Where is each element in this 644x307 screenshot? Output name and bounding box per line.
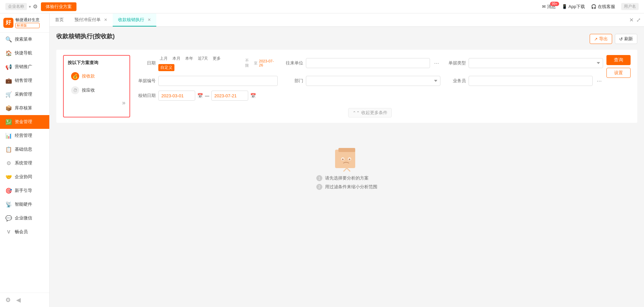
empty-state: 1 请先选择要分析的方案 2 用过滤条件来缩小分析范围 [56, 123, 637, 210]
sidebar-item-enterprise[interactable]: 🤝 企业协同 [0, 170, 49, 184]
sidebar-item-quicknav[interactable]: 🏠 快捷导航 [0, 46, 49, 60]
search-icon: 🔍 [5, 36, 12, 43]
date-no-limit: 不限 [245, 58, 253, 68]
svg-point-4 [342, 159, 344, 160]
sidebar-label-quicknav: 快捷导航 [15, 50, 32, 56]
top-bar: 企业名称 ▾ ⚙ 体验行业方案 ✉ 消息 99+ 📱 App下载 🎧 在线客服 … [0, 0, 644, 13]
weixin-icon: 💬 [5, 215, 12, 221]
app-download-btn[interactable]: 📱 App下载 [562, 4, 585, 10]
close-tab-icon[interactable]: ✕ [629, 17, 634, 23]
date-btn-this-year[interactable]: 本年 [184, 55, 195, 62]
sidebar-item-hardware[interactable]: 📡 智能硬件 [0, 198, 49, 211]
tab-prepay-label: 预付冲应付单 [74, 17, 101, 23]
sidebar-item-weixin[interactable]: 💬 企业微信 [0, 211, 49, 225]
date-label: 日期 [137, 60, 156, 66]
tab-prepay[interactable]: 预付冲应付单 ✕ [69, 13, 113, 27]
writeoff-date-label: 核销日期 [137, 93, 156, 99]
tab-home[interactable]: 首页 [50, 13, 69, 27]
basic-icon: 📋 [5, 146, 12, 153]
docno-input[interactable] [158, 76, 278, 86]
cal-end-icon[interactable]: 📅 [250, 93, 256, 98]
message-icon: ✉ [542, 4, 546, 9]
tab-writeoff[interactable]: 收款核销执行 ✕ [113, 13, 156, 27]
collapse-more-btn[interactable]: ⌃⌃ 收起更多条件 [348, 108, 392, 117]
filter-collapse-icon[interactable]: » [68, 99, 125, 106]
svg-line-6 [343, 168, 347, 171]
salesman-label: 业务员 [447, 78, 466, 84]
sidebar-item-inventory[interactable]: 📦 库存核算 [0, 101, 49, 115]
dept-select[interactable] [306, 76, 440, 86]
date-btn-this-month[interactable]: 本月 [171, 55, 182, 62]
sidebar-item-purchase[interactable]: 🛒 采购管理 [0, 88, 49, 101]
date-btn-more[interactable]: 更多 [211, 55, 222, 62]
refresh-icon: ↺ [619, 37, 623, 42]
dept-label: 部门 [284, 78, 303, 84]
sidebar-collapse-btn[interactable]: ◀ [16, 296, 21, 304]
filter-option-by-receipt[interactable]: 💰 按收款 [68, 70, 125, 83]
sidebar-label-enterprise: 企业协同 [15, 174, 32, 180]
svg-rect-0 [335, 150, 355, 168]
writeoff-end-input[interactable] [211, 91, 248, 101]
tip-text-2: 用过滤条件来缩小分析范围 [325, 184, 377, 190]
refresh-btn[interactable]: ↺ 刷新 [615, 34, 637, 44]
sidebar-label-member: 畅会员 [15, 229, 28, 235]
filter-date-range: 📅 — 📅 [158, 91, 278, 101]
purchase-icon: 🛒 [5, 91, 12, 98]
sidebar-label-management: 经营管理 [15, 133, 32, 139]
sidebar-item-search[interactable]: 🔍 搜索菜单 [0, 33, 49, 46]
settings-icon[interactable]: ⚙ [5, 296, 11, 304]
service-btn[interactable]: 🎧 在线客服 [591, 4, 615, 10]
export-btn[interactable]: ↗ 导出 [590, 34, 612, 44]
industry-btn[interactable]: 体验行业方案 [41, 2, 76, 11]
filter-date-field: 日期 上月 本月 本年 近7天 更多 自定义 [137, 55, 278, 71]
cal-start-icon[interactable]: 📅 [197, 93, 203, 98]
sidebar-item-management[interactable]: 📊 经营管理 [0, 129, 49, 143]
writeoff-start-input[interactable] [158, 91, 195, 101]
sidebar-item-system[interactable]: ⚙ 系统管理 [0, 156, 49, 170]
doctype-label: 单据类型 [447, 60, 466, 66]
search-btn[interactable]: 查询 [606, 55, 631, 65]
sidebar-label-inventory: 库存核算 [15, 105, 32, 111]
date-btn-custom[interactable]: 自定义 [158, 64, 174, 71]
docno-label: 单据编号 [137, 78, 156, 84]
expand-icon[interactable]: ⤢ [636, 17, 641, 23]
sidebar-item-funds[interactable]: 💹 资金管理 [0, 115, 49, 129]
sidebar-bottom: ⚙ ◀ [0, 293, 49, 307]
sidebar-label-search: 搜索菜单 [15, 36, 32, 42]
sidebar-label-weixin: 企业微信 [15, 215, 32, 221]
doctype-select[interactable] [469, 58, 603, 68]
tab-bar: 首页 预付冲应付单 ✕ 收款核销执行 ✕ ✕ ⤢ [50, 13, 644, 27]
filter-salesman-field: 业务员 ··· [447, 76, 603, 86]
sidebar-logo: 好 畅捷通好生意 标准版 [0, 13, 49, 33]
salesman-dots[interactable]: ··· [595, 78, 603, 85]
date-range-display: 2023-07-26 [259, 59, 278, 67]
message-btn[interactable]: ✉ 消息 99+ [542, 4, 556, 10]
filter-sidebar: 按以下方案查询 💰 按收款 ⏱ 按应收 » [63, 55, 130, 117]
gear-icon[interactable]: ⚙ [33, 3, 38, 10]
counterpart-dots[interactable]: ··· [433, 60, 440, 67]
sidebar-item-marketing[interactable]: 📢 营销推广 [0, 60, 49, 74]
counterpart-input[interactable] [306, 58, 430, 68]
svg-line-7 [347, 168, 350, 171]
counterpart-label: 往来单位 [284, 60, 303, 66]
inventory-icon: 📦 [5, 105, 12, 111]
content-area: 首页 预付冲应付单 ✕ 收款核销执行 ✕ ✕ ⤢ 收款核销执行(按收款) [50, 13, 644, 307]
sidebar-item-member[interactable]: V 畅会员 [0, 225, 49, 239]
tab-writeoff-close[interactable]: ✕ [148, 17, 151, 22]
chevron-down-icon[interactable]: ▾ [29, 4, 31, 9]
sidebar-item-guide[interactable]: 🎯 新手引导 [0, 184, 49, 198]
tab-prepay-close[interactable]: ✕ [104, 17, 107, 22]
filter-option-by-receivable[interactable]: ⏱ 按应收 [68, 84, 125, 97]
sidebar-item-sales[interactable]: 💼 销售管理 [0, 74, 49, 88]
salesman-input[interactable] [469, 76, 593, 86]
guide-icon: 🎯 [5, 188, 12, 194]
search-btn-col: 查询 设置 [603, 55, 631, 117]
date-btn-7days[interactable]: 近7天 [197, 55, 210, 62]
filter-row-2: 单据编号 部门 业务员 ··· [137, 76, 603, 86]
date-btn-last-month[interactable]: 上月 [158, 55, 169, 62]
setting-btn[interactable]: 设置 [606, 68, 631, 78]
tab-bar-right: ✕ ⤢ [626, 13, 644, 27]
sidebar: 好 畅捷通好生意 标准版 🔍 搜索菜单 🏠 快捷导航 📢 营销推广 💼 销售管理… [0, 13, 50, 307]
sidebar-item-basic[interactable]: 📋 基础信息 [0, 143, 49, 156]
sidebar-label-system: 系统管理 [15, 160, 32, 166]
